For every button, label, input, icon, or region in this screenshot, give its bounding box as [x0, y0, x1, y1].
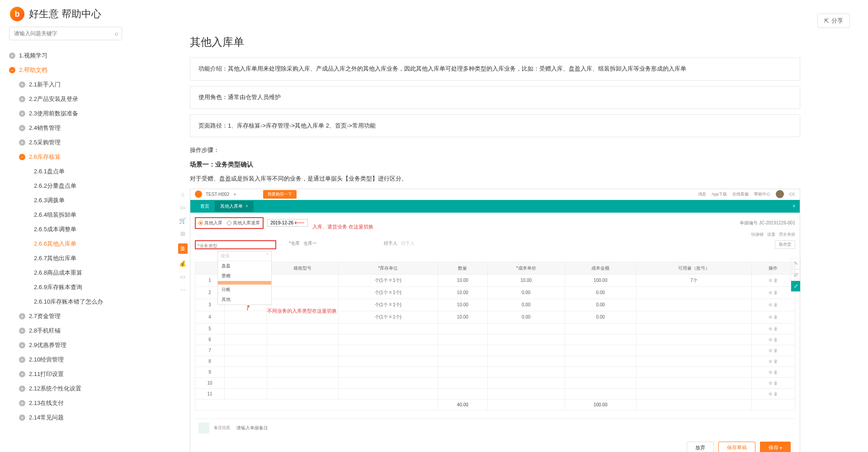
nav-2-6-9[interactable]: 2.6.9库存账本查询 [9, 280, 122, 295]
plus-icon: + [19, 110, 25, 117]
ss-topbar: TEST-H002 ▾ 我要购买一下 消息 App下载 在线客服 帮助中心 CC [190, 189, 800, 200]
nav-2-6-8[interactable]: 2.6.8商品成本重算 [9, 266, 122, 280]
plus-icon: + [19, 385, 25, 392]
op-placeholder: 经手人 [401, 240, 415, 247]
ss-link-app: App下载 [712, 191, 727, 197]
plus-icon: + [19, 371, 25, 377]
nav-2-9[interactable]: +2.9优惠券管理 [9, 338, 122, 352]
note-icon [198, 423, 209, 433]
page-title: 其他入库单 [190, 35, 800, 49]
nav-2-2[interactable]: +2.2产品安装及登录 [9, 92, 122, 106]
nav-2-6-1[interactable]: 2.6.1盘点单 [9, 164, 122, 179]
wallet-icon: 💰 [179, 260, 186, 267]
ss-trial-button: 我要购买一下 [263, 190, 297, 199]
avatar-icon [776, 190, 784, 198]
ss-doc-number: 单据编号 JC-20191226-001 [740, 220, 795, 226]
nav-2-12[interactable]: +2.12系统个性化设置 [9, 381, 122, 396]
chevron-down-icon: ▾ [234, 192, 236, 197]
ss-user: CC [789, 192, 795, 196]
radio-in: 其他入库 [198, 220, 222, 226]
tool-history: 历史单据 [779, 232, 795, 238]
drop-opt: 受赠 [218, 271, 271, 281]
cancel-button: 放弃 [687, 442, 714, 452]
biz-type-label: *业务类型 [198, 243, 217, 248]
nav-video[interactable]: +1.视频学习 [9, 48, 122, 63]
annotation-box-1: 其他入库 其他入库退库 [195, 217, 264, 229]
ss-logo-icon [195, 190, 202, 198]
steps-label: 操作步骤： [190, 146, 800, 154]
nav-2-6[interactable]: −2.6库存核算 [9, 150, 122, 164]
nav-2-6-5[interactable]: 2.6.5成本调整单 [9, 222, 122, 237]
drop-opt-selected [218, 281, 271, 285]
screenshot-1: ⌂ ▭ 🛒 ⊞ 🗎 💰 ▭ ⋯ TEST-H002 ▾ 我要购买一下 消息 Ap… [190, 189, 800, 452]
ss-link-msg: 消息 [698, 191, 706, 197]
share-label: 分享 [831, 17, 843, 25]
scene1-heading: 场景一：业务类型确认 [190, 161, 800, 169]
search-input[interactable] [9, 27, 122, 40]
nav-2-6-4[interactable]: 2.6.4组装拆卸单 [9, 208, 122, 222]
ss-remark: 备注信息 [195, 419, 795, 437]
minus-icon: − [19, 154, 25, 160]
nav-2-7[interactable]: +2.7资金管理 [9, 309, 122, 324]
nav-2-3[interactable]: +2.3使用前数据准备 [9, 106, 122, 121]
chevron-up-icon: ˄ [266, 253, 269, 259]
nav-2-14[interactable]: +2.14常见问题 [9, 410, 122, 425]
app-title: 好生意 帮助中心 [29, 7, 101, 21]
close-icon: × [793, 204, 795, 209]
nav-2-11[interactable]: +2.11打印设置 [9, 367, 122, 381]
main-content: 其他入库单 功能介绍：其他入库单用来处理除采购入库、产成品入库之外的其他入库业务… [131, 27, 818, 452]
ss-tab-doc: 其他入库单× [215, 201, 254, 212]
ss-left-rail: ⌂ ▭ 🛒 ⊞ 🗎 💰 ▭ ⋯ [177, 189, 189, 293]
ss-link-help: 帮助中心 [754, 191, 770, 197]
app-header: b 好生意 帮助中心 [0, 0, 868, 27]
wh-label: *仓库 [289, 240, 300, 247]
minus-icon: − [9, 67, 15, 73]
share-icon: ⇱ [824, 18, 829, 24]
nav-2-1[interactable]: +2.1新手入门 [9, 77, 122, 92]
role-text: 通常由仓管人员维护 [228, 94, 281, 100]
search-icon[interactable]: ⌕ [115, 30, 118, 37]
nav-2-6-3[interactable]: 2.6.3调拨单 [9, 193, 122, 208]
tool-shortcut: 快捷键 [751, 232, 764, 238]
logo-icon: b [10, 7, 24, 21]
plus-icon: + [19, 313, 25, 319]
nav-2-5[interactable]: +2.5采购管理 [9, 135, 122, 150]
role-label: 使用角色： [198, 94, 228, 100]
nav-help-docs[interactable]: −2.帮助文档 [9, 63, 122, 77]
total-amt: 100.00 [565, 399, 636, 410]
nav-2-4[interactable]: +2.4销售管理 [9, 121, 122, 135]
nav-2-6-2[interactable]: 2.6.2分量盘点单 [9, 179, 122, 193]
ss-body: 其他入库 其他入库退库 ⟵ 入库、退货业务 在这里切换 单据编号 JC-2019… [190, 213, 800, 452]
nav-2-13[interactable]: +2.13在线支付 [9, 396, 122, 410]
plus-icon: + [19, 342, 25, 348]
intro-box: 功能介绍：其他入库单用来处理除采购入库、产成品入库之外的其他入库业务，因此其他入… [190, 57, 800, 81]
ss-account: TEST-H002 [206, 192, 229, 197]
total-qty: 40.00 [438, 399, 487, 410]
stock-button: 取存货 [775, 240, 795, 249]
card-icon: ▭ [180, 273, 185, 280]
doc-icon: 🗎 [178, 243, 188, 254]
nav-2-6-7[interactable]: 2.6.7其他出库单 [9, 251, 122, 266]
nav-2-6-6[interactable]: 2.6.6其他入库单 [9, 237, 122, 251]
path-text: 1、库存核算->库存管理->其他入库单 2、首页->常用功能 [228, 122, 376, 129]
nav-2-10[interactable]: +2.10经营管理 [9, 352, 122, 367]
plus-icon: + [19, 414, 25, 421]
sidebar: ⌕ +1.视频学习 −2.帮助文档 +2.1新手入门 +2.2产品安装及登录 +… [0, 27, 131, 452]
scene1-text: 对于受赠、盘盈或是拆装入库等不同的业务，是通过单据头【业务类型】进行区分。 [190, 173, 800, 184]
wh-value: 仓库一 [303, 240, 317, 247]
annotation-1: 入库、退货业务 在这里切换 [312, 224, 373, 230]
nav-2-6-10[interactable]: 2.6.10库存账本错了怎么办 [9, 295, 122, 309]
path-label: 页面路径： [198, 122, 228, 129]
biz-type-dropdown: 搜索˄ 盘盈 受赠 分账 其他 [217, 251, 272, 305]
drop-opt: 盘盈 [218, 261, 271, 271]
expand-icon: ⤢ [791, 281, 801, 292]
path-box: 页面路径：1、库存核算->库存管理->其他入库单 2、首页->常用功能 [190, 114, 800, 138]
role-box: 使用角色：通常由仓管人员维护 [190, 86, 800, 109]
ss-right-rail: ✎ ⇄ ⤢ [791, 258, 801, 292]
search-box: ⌕ [9, 27, 122, 40]
nav-2-8[interactable]: +2.8手机旺铺 [9, 324, 122, 338]
remark-input [235, 423, 792, 432]
plus-icon: + [19, 139, 25, 146]
share-button[interactable]: ⇱ 分享 [817, 14, 850, 28]
folder-icon: ▭ [180, 204, 185, 211]
